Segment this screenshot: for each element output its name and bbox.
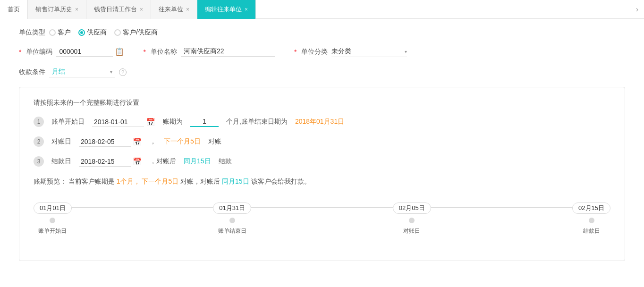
unit-category-value: 未分类 bbox=[331, 47, 401, 56]
step-2-row: 2 对账日 📅 ， 下一个月5日 对账 bbox=[34, 136, 610, 147]
radio-both-circle bbox=[114, 29, 121, 36]
step-1-row: 1 账单开始日 📅 账期为 个月,账单结束日期为 2018年01月31日 bbox=[34, 117, 610, 127]
payment-terms-value: 月结 bbox=[52, 68, 108, 76]
step-2-prefix-text: ， bbox=[150, 137, 156, 146]
timeline-date-1: 01月01日 bbox=[40, 204, 66, 211]
step-2-next-month: 下一个月5日 bbox=[164, 137, 201, 146]
unit-type-group: 单位类型 客户 供应商 客户/供应商 bbox=[19, 28, 158, 37]
unit-code-input[interactable] bbox=[56, 47, 113, 57]
step-3-date-wrap: 📅 bbox=[79, 157, 142, 167]
payment-terms-row: 收款条件 月结 ▾ ? bbox=[19, 67, 625, 77]
preview-text-5: 该客户会给我打款。 bbox=[251, 177, 311, 185]
step-3-label: 结款日 bbox=[51, 157, 71, 166]
step-2-after-text: 对账 bbox=[208, 137, 221, 146]
step-1-period-input[interactable] bbox=[190, 117, 219, 127]
tab-cash-ledger[interactable]: 钱货日清工作台 × bbox=[86, 0, 151, 19]
tab-expand-button[interactable]: › bbox=[630, 5, 644, 14]
tab-sales-order-close[interactable]: × bbox=[75, 7, 78, 12]
preview-text-3: 对账，对账后 bbox=[180, 177, 220, 185]
step-3-cal-icon[interactable]: 📅 bbox=[133, 157, 142, 166]
unit-type-label: 单位类型 bbox=[19, 28, 45, 37]
radio-supplier-circle bbox=[78, 29, 85, 36]
step-3-after-text: 结款 bbox=[219, 157, 232, 166]
unit-category-required: * bbox=[294, 48, 297, 56]
step-3-date-input[interactable] bbox=[79, 157, 131, 167]
step-2-label: 对账日 bbox=[51, 137, 71, 146]
preview-text-2: 下一个月5日 bbox=[142, 177, 178, 185]
unit-name-group: * 单位名称 bbox=[143, 47, 275, 57]
tab-partner-units[interactable]: 往来单位 × bbox=[151, 0, 197, 19]
timeline-label-3: 对账日 bbox=[403, 227, 420, 235]
tab-cash-ledger-label: 钱货日清工作台 bbox=[94, 5, 137, 14]
radio-both[interactable]: 客户/供应商 bbox=[114, 28, 158, 37]
panel-hint: 请按照未来的一个完整帐期进行设置 bbox=[34, 99, 610, 107]
step-1-num: 1 bbox=[34, 117, 44, 127]
preview-period: 1个月， bbox=[117, 177, 140, 185]
timeline-node-3: 02月05日 对账日 bbox=[393, 203, 431, 235]
step-1-date-input[interactable] bbox=[92, 117, 144, 127]
radio-customer-circle bbox=[49, 29, 56, 36]
tab-edit-partner[interactable]: 编辑往来单位 × bbox=[197, 0, 256, 19]
unit-code-icon[interactable]: 📋 bbox=[115, 47, 124, 56]
radio-customer-label: 客户 bbox=[58, 28, 71, 37]
unit-code-group: * 单位编码 📋 bbox=[19, 47, 124, 57]
tab-bar: 首页 销售订单历史 × 钱货日清工作台 × 往来单位 × 编辑往来单位 × › bbox=[0, 0, 644, 19]
tab-partner-units-close[interactable]: × bbox=[186, 7, 189, 12]
main-content: 单位类型 客户 供应商 客户/供应商 * 单位编码 bbox=[0, 19, 644, 287]
tab-cash-ledger-close[interactable]: × bbox=[140, 7, 143, 12]
step-2-num: 2 bbox=[34, 136, 44, 147]
timeline-date-3: 02月05日 bbox=[399, 204, 425, 211]
radio-customer[interactable]: 客户 bbox=[49, 28, 71, 37]
unit-type-radio-group: 客户 供应商 客户/供应商 bbox=[49, 28, 158, 37]
unit-code-label: 单位编码 bbox=[26, 48, 52, 56]
timeline-nodes: 01月01日 账单开始日 01月31日 账单结束日 02月05日 bbox=[34, 203, 610, 235]
unit-category-group: * 单位分类 未分类 ▾ bbox=[294, 46, 407, 57]
tab-home[interactable]: 首页 bbox=[0, 0, 28, 19]
tab-sales-order-label: 销售订单历史 bbox=[35, 5, 72, 14]
step-2-date-input[interactable] bbox=[79, 137, 131, 147]
timeline-node-4: 02月15日 结款日 bbox=[572, 203, 610, 235]
preview-text-1: 当前客户账期是 bbox=[68, 177, 115, 185]
unit-name-input[interactable] bbox=[181, 47, 275, 57]
unit-name-required: * bbox=[143, 48, 145, 56]
tab-sales-order[interactable]: 销售订单历史 × bbox=[28, 0, 86, 19]
payment-terms-chevron-icon: ▾ bbox=[110, 69, 112, 75]
step-1-label: 账单开始日 bbox=[51, 118, 85, 126]
radio-supplier[interactable]: 供应商 bbox=[78, 28, 107, 37]
tab-edit-partner-close[interactable]: × bbox=[245, 7, 248, 12]
radio-both-label: 客户/供应商 bbox=[123, 28, 158, 37]
payment-terms-help-icon[interactable]: ? bbox=[119, 68, 127, 76]
step-3-row: 3 结款日 📅 ，对账后 同月15日 结款 bbox=[34, 156, 610, 167]
step-1-cal-icon[interactable]: 📅 bbox=[146, 118, 155, 127]
preview-label: 账期预览： bbox=[34, 177, 67, 185]
unit-name-label: 单位名称 bbox=[151, 48, 177, 56]
step-2-cal-icon[interactable]: 📅 bbox=[133, 137, 142, 146]
payment-terms-group: 收款条件 月结 ▾ ? bbox=[19, 67, 127, 77]
timeline-dot-3 bbox=[409, 218, 415, 223]
unit-info-row: * 单位编码 📋 * 单位名称 * 单位分类 未分类 ▾ bbox=[19, 46, 625, 57]
step-1-period-suffix: 个月,账单结束日期为 bbox=[226, 118, 288, 126]
step-1-period-prefix: 账期为 bbox=[163, 118, 183, 126]
step-2-date-wrap: 📅 bbox=[79, 137, 142, 147]
timeline-date-4: 02月15日 bbox=[578, 204, 604, 211]
timeline-dot-2 bbox=[229, 218, 235, 223]
timeline-date-2: 01月31日 bbox=[219, 204, 245, 211]
payment-terms-label: 收款条件 bbox=[19, 68, 45, 76]
tab-home-label: 首页 bbox=[8, 5, 20, 14]
unit-code-input-wrap: 📋 bbox=[56, 47, 124, 57]
timeline-label-2: 账单结束日 bbox=[218, 227, 246, 235]
unit-type-row: 单位类型 客户 供应商 客户/供应商 bbox=[19, 28, 625, 37]
unit-category-select[interactable]: 未分类 ▾ bbox=[331, 46, 407, 57]
step-3-prefix-text: ，对账后 bbox=[150, 157, 176, 166]
payment-terms-select[interactable]: 月结 ▾ bbox=[49, 67, 115, 77]
preview-text: 账期预览： 当前客户账期是 1个月， 下一个月5日 对账，对账后 同月15日 该… bbox=[34, 176, 610, 186]
timeline-label-4: 结款日 bbox=[583, 227, 600, 235]
tab-edit-partner-label: 编辑往来单位 bbox=[205, 5, 242, 14]
timeline-dot-4 bbox=[589, 218, 594, 223]
timeline-badge-4: 02月15日 bbox=[572, 203, 610, 214]
timeline-node-1: 01月01日 账单开始日 bbox=[34, 203, 72, 235]
step-1-end-date: 2018年01月31日 bbox=[295, 118, 344, 126]
timeline-badge-1: 01月01日 bbox=[34, 203, 72, 214]
tab-partner-units-label: 往来单位 bbox=[159, 5, 183, 14]
step-1-date-wrap: 📅 bbox=[92, 117, 155, 127]
